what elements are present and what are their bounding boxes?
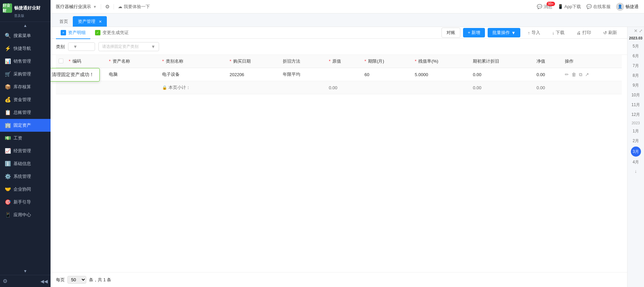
subtotal-empty5 [362, 81, 412, 94]
header-original-value: * 原值 [326, 55, 362, 68]
inner-tabs: ≡ 资产明细 ✓ 变更生成凭证 [56, 27, 441, 38]
sidebar-item-label: 快捷导航 [13, 45, 31, 52]
system-icon: ⚙️ [5, 173, 11, 180]
cal-month-1[interactable]: 1月 [627, 126, 644, 136]
sidebar-item-label: 销售管理 [13, 58, 31, 64]
toast-message: 清理固定资产成功！ [52, 72, 94, 78]
tab-change-voucher[interactable]: ✓ 变更生成凭证 [90, 27, 133, 39]
edit-row-icon[interactable]: ✏ [565, 72, 569, 77]
service-button[interactable]: 💬 在线客服 [586, 4, 611, 10]
asset-table: * 编码 * 资产名称 * 类别名称 [56, 55, 622, 94]
cal-month-6[interactable]: 6月 [627, 51, 644, 61]
download-button[interactable]: ↓ 下载 [548, 28, 570, 37]
sidebar-item-finance[interactable]: 💰 资金管理 [0, 93, 51, 106]
notification-button[interactable]: 💬 消息 99+ [537, 4, 552, 10]
quicknav-icon: ⚡ [5, 45, 11, 52]
sidebar-item-label: 新手引导 [13, 199, 31, 205]
download-label: 下载 [556, 30, 564, 36]
sidebar-menu: 🔍 搜索菜单 ⚡ 快捷导航 📊 销售管理 🛒 采购管理 📦 库存核算 💰 资金管… [0, 29, 51, 267]
sidebar-item-label: 系统管理 [13, 173, 31, 180]
main-area: 医疗器械行业演示 ▼ ⚙ ☁ 我要体验一下 💬 消息 99+ 📱 App下载 💬… [51, 0, 644, 287]
sidebar-item-collab[interactable]: 🤝 企业协同 [0, 183, 51, 196]
cal-close-button[interactable]: ✕ [634, 28, 638, 33]
sidebar-item-payroll[interactable]: 💵 工资 [0, 132, 51, 145]
import-button[interactable]: ↑ 导入 [523, 28, 545, 37]
table-header-row: * 编码 * 资产名称 * 类别名称 [56, 55, 622, 68]
cal-panel-controls: ✕ ⤢ [627, 27, 644, 35]
action-buttons: 对账 + 新增 批量操作 ▼ ↑ 导入 ↓ 下载 [441, 28, 622, 38]
cal-scroll-down-icon[interactable]: ↓ [635, 168, 637, 174]
select-all-checkbox[interactable] [59, 59, 63, 63]
app-download-button[interactable]: 📱 App下载 [558, 4, 581, 10]
sidebar-item-inventory[interactable]: 📦 库存核算 [0, 81, 51, 93]
settings-gear-icon[interactable]: ⚙ [105, 4, 110, 10]
sidebar-scroll-down[interactable]: ▼ [23, 269, 27, 274]
print-button[interactable]: 🖨 打印 [572, 28, 596, 37]
import-icon: ↑ [528, 30, 530, 35]
sidebar-item-fixed-assets[interactable]: 🏢 固定资产 [0, 119, 51, 132]
header-net-value: 净值 [534, 55, 562, 68]
fixed-assets-icon: 🏢 [5, 122, 11, 128]
category-input[interactable]: 请选择固定资产类别 ▼ [98, 42, 159, 51]
sidebar-item-system[interactable]: ⚙️ 系统管理 [0, 170, 51, 183]
per-page-label: 每页 [56, 277, 65, 283]
app-download-label: App下载 [564, 4, 581, 10]
sidebar-item-search[interactable]: 🔍 搜索菜单 [0, 29, 51, 42]
batch-button[interactable]: 批量操作 ▼ [488, 28, 520, 37]
new-label: + 新增 [468, 30, 480, 36]
more-row-icon[interactable]: ↗ [585, 72, 589, 77]
cal-month-9[interactable]: 9月 [627, 81, 644, 90]
per-page-select[interactable]: 50 20 100 [67, 276, 86, 284]
filter-bar: 类别 ▼ 请选择固定资产类别 ▼ [51, 39, 627, 55]
sidebar-item-newguide[interactable]: 🎯 新手引导 [0, 196, 51, 209]
experience-button[interactable]: ☁ 我要体验一下 [118, 4, 150, 10]
sidebar-item-quicknav[interactable]: ⚡ 快捷导航 [0, 42, 51, 55]
table-wrapper[interactable]: * 编码 * 资产名称 * 类别名称 [51, 55, 627, 272]
cal-month-11[interactable]: 11月 [627, 100, 644, 110]
subtotal-icon: 🔒 [162, 85, 167, 90]
reconcile-button[interactable]: 对账 [441, 28, 460, 38]
cal-month-3-active[interactable]: 3月 [631, 147, 641, 157]
sidebar-item-basics[interactable]: ℹ️ 基础信息 [0, 157, 51, 170]
row-original-value: ✅ 清理固定资产成功！ [326, 68, 362, 81]
settings-icon[interactable]: ⚙ [3, 278, 7, 284]
user-menu[interactable]: 👤 畅捷通 [616, 3, 639, 11]
refresh-icon: ↺ [603, 30, 607, 35]
category-type-select[interactable]: ▼ [68, 42, 95, 51]
cal-month-7[interactable]: 7月 [627, 61, 644, 71]
header-code: * 编码 [66, 55, 106, 68]
cal-nav-down: ↓ [635, 168, 637, 174]
cal-month-5[interactable]: 5月 [627, 41, 644, 51]
refresh-button[interactable]: ↺ 刷新 [599, 28, 622, 37]
cal-month-2[interactable]: 2月 [627, 136, 644, 146]
new-button[interactable]: + 新增 [463, 28, 485, 37]
sidebar-item-ledger[interactable]: 📋 总账管理 [0, 106, 51, 119]
cal-month-12[interactable]: 12月 [627, 110, 644, 120]
delete-row-icon[interactable]: 🗑 [572, 72, 576, 77]
service-label: 在线客服 [593, 4, 611, 10]
basics-icon: ℹ️ [5, 161, 11, 167]
topbar-divider2 [114, 4, 114, 9]
sidebar-item-appstore[interactable]: 📱 应用中心 [0, 209, 51, 221]
tab-close-icon[interactable]: ✕ [99, 20, 102, 24]
sidebar-item-sales[interactable]: 📊 销售管理 [0, 55, 51, 68]
sidebar-bottom: ⚙ ◀◀ [0, 275, 51, 287]
row-depreciation-method: 年限平均 [280, 68, 326, 81]
collapse-icon[interactable]: ◀◀ [40, 279, 48, 284]
sidebar-item-purchase[interactable]: 🛒 采购管理 [0, 68, 51, 81]
row-name: 电脑 [106, 68, 159, 81]
row-action-buttons: ✏ 🗑 ⧉ ↗ [565, 72, 619, 77]
sidebar-item-operations[interactable]: 📈 经营管理 [0, 145, 51, 157]
tab-asset-management[interactable]: 资产管理 ✕ [73, 16, 107, 27]
cal-month-4[interactable]: 4月 [627, 157, 644, 167]
copy-row-icon[interactable]: ⧉ [579, 72, 582, 77]
cal-year-month: 2023.03 [629, 35, 643, 41]
tab-asset-detail[interactable]: ≡ 资产明细 [56, 27, 90, 39]
sidebar-scroll-up[interactable]: ▲ [23, 23, 27, 28]
sidebar: 好业财 畅捷通好业财 普及版 ▲ 🔍 搜索菜单 ⚡ 快捷导航 📊 销售管理 🛒 … [0, 0, 51, 287]
cal-month-8[interactable]: 8月 [627, 71, 644, 81]
company-selector[interactable]: 医疗器械行业演示 ▼ [56, 4, 97, 10]
cal-expand-button[interactable]: ⤢ [639, 28, 643, 33]
tab-home[interactable]: 首页 [56, 17, 71, 27]
cal-month-10[interactable]: 10月 [627, 90, 644, 100]
